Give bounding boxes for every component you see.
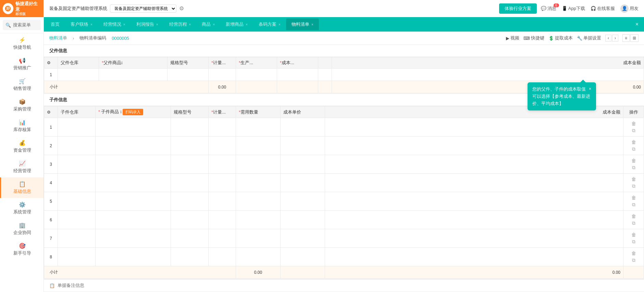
- sidebar-item-basic-info[interactable]: 📋 基础信息: [0, 177, 44, 198]
- close-tab-barcode[interactable]: ×: [278, 23, 281, 26]
- tab-home[interactable]: 首页: [45, 19, 65, 30]
- search-menu-button[interactable]: 🔍 搜索菜单: [3, 20, 41, 30]
- copy-row-6[interactable]: ⧉: [631, 220, 637, 227]
- child-cell-unit-cost-5[interactable]: [281, 192, 325, 211]
- child-cell-unit-5[interactable]: [209, 192, 236, 211]
- child-cell-qty-1[interactable]: [236, 118, 281, 137]
- sidebar-item-enterprise[interactable]: 🏢 企业协同: [0, 219, 44, 239]
- close-all-tabs[interactable]: ×: [633, 17, 641, 32]
- close-tab-history[interactable]: ×: [189, 23, 191, 26]
- delete-row-3[interactable]: 🗑: [630, 157, 637, 164]
- parent-cell-batch-1[interactable]: [236, 69, 277, 81]
- settings-button[interactable]: ⚙: [179, 5, 184, 12]
- sidebar-item-finance[interactable]: 💰 资金管理: [0, 136, 44, 157]
- child-cell-product-1[interactable]: [96, 118, 171, 137]
- child-cell-cost-amount-8[interactable]: [325, 248, 623, 266]
- child-cell-warehouse-1[interactable]: [58, 118, 96, 137]
- child-cell-cost-amount-3[interactable]: [325, 155, 623, 174]
- close-tab-bom[interactable]: ×: [311, 23, 313, 26]
- parent-cell-warehouse-1[interactable]: [58, 69, 99, 81]
- child-cell-unit-cost-4[interactable]: [281, 174, 325, 192]
- child-cell-unit-2[interactable]: [209, 137, 236, 155]
- list-view-button[interactable]: ≡: [622, 34, 630, 42]
- copy-row-4[interactable]: ⧉: [631, 183, 637, 190]
- child-cell-product-6[interactable]: [96, 211, 171, 229]
- child-cell-unit-4[interactable]: [209, 174, 236, 192]
- child-cell-qty-7[interactable]: [236, 229, 281, 248]
- child-cell-qty-5[interactable]: [236, 192, 281, 211]
- copy-row-2[interactable]: ⧉: [631, 145, 637, 153]
- next-doc-button[interactable]: ›: [612, 35, 618, 42]
- tab-customers[interactable]: 客户联络 ×: [65, 19, 98, 30]
- sidebar-item-marketing[interactable]: 📢 营销推广: [0, 54, 44, 74]
- message-button[interactable]: 💬 消息 6: [541, 5, 556, 12]
- child-cell-product-4[interactable]: [96, 174, 171, 192]
- child-th-gear[interactable]: ⚙: [44, 106, 58, 118]
- delete-row-8[interactable]: 🗑: [630, 250, 637, 257]
- tab-bom[interactable]: 物料清单 ×: [286, 19, 319, 30]
- sidebar-item-purchase[interactable]: 📦 采购管理: [0, 95, 44, 116]
- scan-input-button[interactable]: 扫码录入: [123, 109, 143, 115]
- delete-row-5[interactable]: 🗑: [630, 194, 637, 201]
- child-cell-warehouse-2[interactable]: [58, 137, 96, 155]
- child-cell-cost-amount-2[interactable]: [325, 137, 623, 155]
- child-cell-spec-2[interactable]: [171, 137, 209, 155]
- delete-row-7[interactable]: 🗑: [630, 231, 637, 238]
- copy-row-8[interactable]: ⧉: [631, 257, 637, 264]
- child-cell-unit-cost-7[interactable]: [281, 229, 325, 248]
- child-cell-unit-cost-6[interactable]: [281, 211, 325, 229]
- view-video-button[interactable]: ▶ 视频: [506, 35, 519, 41]
- prev-doc-button[interactable]: ‹: [605, 35, 611, 42]
- delete-row-4[interactable]: 🗑: [630, 176, 637, 183]
- child-cell-unit-6[interactable]: [209, 211, 236, 229]
- child-cell-warehouse-8[interactable]: [58, 248, 96, 266]
- sidebar-item-inventory[interactable]: 📊 库存核算: [0, 116, 44, 136]
- child-cell-warehouse-6[interactable]: [58, 211, 96, 229]
- grid-view-button[interactable]: ⊞: [630, 34, 639, 42]
- sidebar-item-sales[interactable]: 🛒 销售管理: [0, 74, 44, 95]
- system-selector[interactable]: 装备及固定资产辅助管理系统: [110, 4, 176, 13]
- child-cell-product-5[interactable]: [96, 192, 171, 211]
- sidebar-item-guide[interactable]: 🎯 新手引导: [0, 239, 44, 260]
- child-cell-product-2[interactable]: [96, 137, 171, 155]
- child-cell-spec-3[interactable]: [171, 155, 209, 174]
- tab-products[interactable]: 商品 ×: [196, 19, 220, 30]
- child-cell-unit-cost-2[interactable]: [281, 137, 325, 155]
- delete-row-2[interactable]: 🗑: [630, 139, 637, 145]
- parent-th-gear[interactable]: ⚙: [44, 57, 58, 69]
- child-cell-qty-4[interactable]: [236, 174, 281, 192]
- trial-button[interactable]: 体验行业方案: [499, 3, 537, 14]
- child-cell-unit-3[interactable]: [209, 155, 236, 174]
- child-cell-qty-8[interactable]: [236, 248, 281, 266]
- copy-row-3[interactable]: ⧉: [631, 164, 637, 171]
- extract-cost-button[interactable]: 💲 提取成本: [548, 35, 573, 41]
- app-download-button[interactable]: 📱 App下载: [562, 5, 585, 12]
- close-tab-operations-status[interactable]: ×: [123, 23, 125, 26]
- child-cell-spec-8[interactable]: [171, 248, 209, 266]
- child-cell-qty-3[interactable]: [236, 155, 281, 174]
- child-cell-product-3[interactable]: [96, 155, 171, 174]
- child-cell-qty-2[interactable]: [236, 137, 281, 155]
- online-service-button[interactable]: 🎧 在线客服: [591, 5, 615, 12]
- child-cell-cost-amount-4[interactable]: [325, 174, 623, 192]
- parent-cell-unit-1[interactable]: [209, 69, 236, 81]
- child-cell-spec-7[interactable]: [171, 229, 209, 248]
- tab-new-products[interactable]: 新增商品 ×: [220, 19, 253, 30]
- child-cell-unit-7[interactable]: [209, 229, 236, 248]
- child-cell-warehouse-7[interactable]: [58, 229, 96, 248]
- delete-row-1[interactable]: 🗑: [630, 120, 637, 127]
- child-cell-spec-4[interactable]: [171, 174, 209, 192]
- tab-profit[interactable]: 利润报告 ×: [131, 19, 164, 30]
- child-cell-product-8[interactable]: [96, 248, 171, 266]
- tab-operations-status[interactable]: 经营情况 ×: [98, 19, 131, 30]
- child-cell-qty-6[interactable]: [236, 211, 281, 229]
- child-cell-cost-amount-1[interactable]: [325, 118, 623, 137]
- copy-row-7[interactable]: ⧉: [631, 238, 637, 245]
- close-tab-new-products[interactable]: ×: [246, 23, 248, 26]
- child-cell-cost-amount-7[interactable]: [325, 229, 623, 248]
- child-cell-unit-cost-3[interactable]: [281, 155, 325, 174]
- child-cell-product-7[interactable]: [96, 229, 171, 248]
- child-cell-unit-cost-1[interactable]: [281, 118, 325, 137]
- parent-cell-cost-amount-1[interactable]: [332, 69, 644, 81]
- child-cell-spec-1[interactable]: [171, 118, 209, 137]
